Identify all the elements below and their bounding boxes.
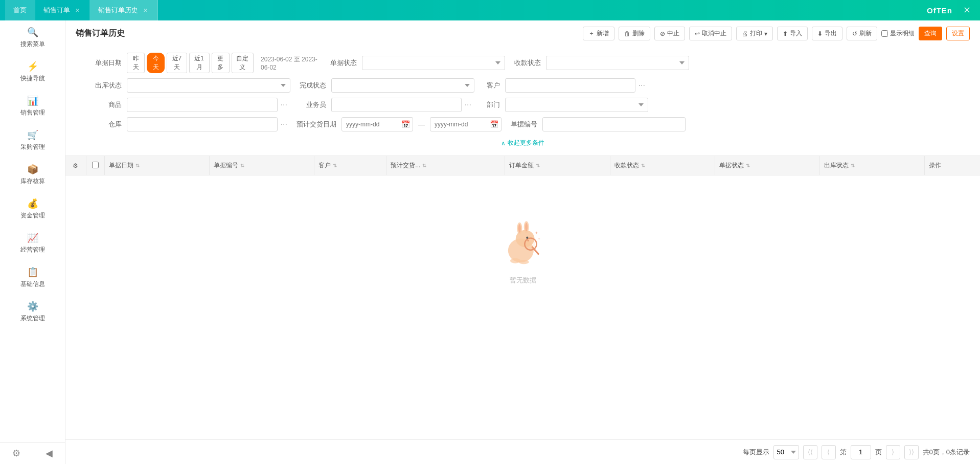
select-all-checkbox[interactable] [92, 162, 99, 168]
tab-sales-order-history[interactable]: 销售订单历史 ✕ [90, 0, 158, 20]
sidebar-item-purchase[interactable]: 🛒 采购管理 [0, 123, 65, 158]
page-title: 销售订单历史 [76, 28, 125, 39]
date-btn-today[interactable]: 今天 [147, 53, 165, 73]
page-input[interactable] [851, 445, 871, 459]
filter-area: 单据日期 昨天 今天 近7天 近1月 更多 自定义 2023-06-02 至 2… [76, 47, 970, 156]
warehouse-dots-btn[interactable]: ··· [278, 120, 290, 129]
th-customer[interactable]: 客户 ⇅ [314, 156, 386, 175]
last-page-btn[interactable]: ⟩⟩ [904, 445, 919, 459]
th-bill-no[interactable]: 单据编号 ⇅ [209, 156, 314, 175]
sidebar-item-basic-info-label: 基础信息 [20, 280, 45, 289]
export-button[interactable]: ⬇ 导出 [812, 27, 842, 40]
th-settings[interactable]: ⚙ [65, 156, 86, 175]
th-receipt-status-label: 收款状态 [614, 161, 639, 170]
salesperson-input[interactable] [331, 98, 462, 112]
sidebar-item-system[interactable]: ⚙️ 系统管理 [0, 295, 65, 329]
show-detail-checkbox-label[interactable]: 显示明细 [881, 29, 915, 38]
sidebar-item-quick-nav[interactable]: ⚡ 快捷导航 [0, 55, 65, 89]
th-receipt-status[interactable]: 收款状态 ⇅ [610, 156, 715, 175]
bill-status-select[interactable] [362, 56, 505, 70]
calendar-start-icon: 📅 [401, 120, 410, 128]
filter-row-4: 仓库 ··· 预计交货日期 📅 — 📅 [76, 117, 970, 131]
date-btn-custom[interactable]: 自定义 [232, 53, 254, 73]
print-button[interactable]: 🖨 打印 ▾ [736, 27, 773, 40]
stop-button[interactable]: ⊘ 中止 [654, 27, 685, 40]
calendar-end-icon: 📅 [490, 120, 498, 128]
date-btn-more[interactable]: 更多 [212, 53, 230, 73]
sidebar-item-sales[interactable]: 📊 销售管理 [0, 89, 65, 123]
sort-receipt-status-icon: ⇅ [641, 163, 645, 168]
th-delivery-date[interactable]: 预计交货... ⇅ [386, 156, 505, 175]
goods-input[interactable] [127, 98, 278, 112]
tab-sales-order-close[interactable]: ✕ [73, 6, 81, 14]
th-bill-status[interactable]: 单据状态 ⇅ [715, 156, 819, 175]
date-btn-7days[interactable]: 近7天 [167, 53, 187, 73]
receipt-status-select[interactable] [546, 56, 689, 70]
per-page-select[interactable]: 10 20 50 100 [773, 445, 799, 459]
sidebar-item-inventory-label: 库存核算 [20, 177, 45, 186]
toolbar: ＋ 新增 🗑 删除 ⊘ 中止 ↩ 取消中止 [583, 27, 970, 40]
th-order-amount[interactable]: 订单金额 ⇅ [505, 156, 610, 175]
sidebar-item-system-label: 系统管理 [20, 314, 45, 323]
main-layout: 🔍 搜索菜单 ⚡ 快捷导航 📊 销售管理 🛒 采购管理 📦 库存核算 💰 资金管… [0, 20, 980, 464]
goods-dots-btn[interactable]: ··· [278, 100, 290, 109]
sidebar-item-basic-info[interactable]: 📋 基础信息 [0, 260, 65, 295]
collapse-bottom-icon[interactable]: ◀ [45, 448, 53, 459]
sidebar-item-operations[interactable]: 📈 经营管理 [0, 226, 65, 260]
tab-home[interactable]: 首页 [5, 0, 35, 20]
out-status-select[interactable] [127, 78, 290, 93]
import-icon: ⬆ [783, 30, 788, 37]
customer-label: 客户 [474, 81, 505, 90]
warehouse-input[interactable] [127, 117, 278, 131]
total-text: 共0页，0条记录 [923, 448, 970, 457]
sort-delivery-date-icon: ⇅ [422, 163, 426, 168]
department-label: 部门 [474, 100, 505, 109]
department-select[interactable] [505, 98, 648, 112]
search-icon: 🔍 [27, 27, 38, 38]
tab-sales-order-history-label: 销售订单历史 [98, 6, 138, 15]
next-page-btn[interactable]: ⟩ [886, 445, 900, 459]
th-date[interactable]: 单据日期 ⇅ [104, 156, 209, 175]
customer-dots-btn[interactable]: ··· [635, 81, 648, 90]
refresh-button[interactable]: ↺ 刷新 [847, 27, 877, 40]
settings-button[interactable]: 设置 [946, 27, 970, 40]
basic-info-icon: 📋 [27, 267, 38, 278]
sidebar-item-inventory[interactable]: 📦 库存核算 [0, 158, 65, 192]
import-button[interactable]: ⬆ 导入 [777, 27, 808, 40]
bill-no-input[interactable] [542, 117, 686, 131]
customer-input[interactable] [505, 78, 635, 93]
date-btn-yesterday[interactable]: 昨天 [127, 53, 145, 73]
search-button[interactable]: 查询 [919, 27, 942, 40]
delete-button[interactable]: 🗑 删除 [619, 27, 650, 40]
first-page-btn[interactable]: ⟨⟨ [803, 445, 817, 459]
sidebar-item-search[interactable]: 🔍 搜索菜单 [0, 20, 65, 55]
new-button[interactable]: ＋ 新增 [583, 27, 614, 40]
collapse-row[interactable]: ∧ 收起更多条件 [76, 137, 970, 149]
filter-row-2: 出库状态 完成状态 [76, 78, 970, 93]
th-bill-no-label: 单据编号 [214, 161, 238, 170]
salesperson-dots-btn[interactable]: ··· [462, 100, 474, 109]
th-out-status[interactable]: 出库状态 ⇅ [820, 156, 925, 175]
settings-bottom-icon[interactable]: ⚙ [12, 448, 20, 459]
tab-sales-order[interactable]: 销售订单 ✕ [35, 0, 90, 20]
date-btn-1month[interactable]: 近1月 [189, 53, 210, 73]
show-detail-checkbox[interactable] [881, 30, 888, 37]
th-order-amount-label: 订单金额 [509, 161, 534, 170]
complete-status-select-wrap [331, 78, 474, 93]
th-delivery-date-label: 预计交货... [391, 161, 420, 170]
svg-text:✦: ✦ [535, 230, 538, 235]
bill-status-label: 单据状态 [321, 58, 362, 68]
cancel-stop-button[interactable]: ↩ 取消中止 [689, 27, 732, 40]
prev-page-btn[interactable]: ⟨ [822, 445, 836, 459]
sidebar-item-search-label: 搜索菜单 [20, 40, 45, 49]
tab-home-label: 首页 [13, 6, 27, 15]
collapse-icon: ∧ [501, 140, 506, 147]
complete-status-select[interactable] [331, 78, 474, 93]
footer: 每页显示 10 20 50 100 ⟨⟨ ⟨ 第 页 ⟩ ⟩⟩ 共0页，0条记录 [65, 439, 980, 464]
tab-sales-order-history-close[interactable]: ✕ [141, 6, 149, 14]
th-bill-status-label: 单据状态 [719, 161, 744, 170]
empty-text: 暂无数据 [510, 276, 536, 285]
sidebar-item-finance[interactable]: 💰 资金管理 [0, 192, 65, 226]
window-close-button[interactable]: ✕ [959, 2, 975, 18]
sidebar-item-purchase-label: 采购管理 [20, 143, 45, 151]
